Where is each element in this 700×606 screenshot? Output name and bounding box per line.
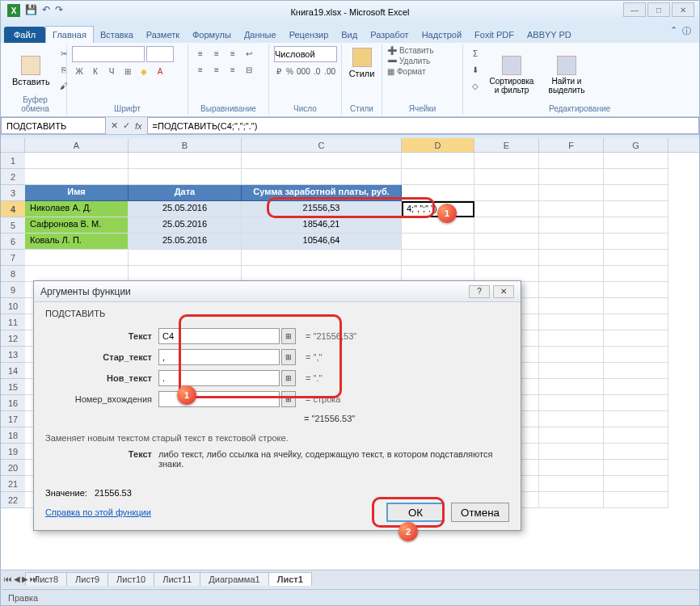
paste-button[interactable]: Вставить [9, 46, 53, 95]
underline-button[interactable]: Ч [104, 64, 119, 78]
tab-formulas[interactable]: Формулы [186, 27, 238, 43]
cell-c6[interactable]: 10546,64 [242, 234, 402, 250]
tab-review[interactable]: Рецензир [283, 27, 335, 43]
row-header[interactable]: 2 [1, 169, 25, 185]
col-header-c[interactable]: C [242, 138, 402, 152]
save-icon[interactable]: 💾 [25, 4, 37, 15]
decrease-decimal-icon[interactable]: .00 [323, 64, 336, 78]
row-header[interactable]: 7 [1, 250, 25, 266]
col-header-f[interactable]: F [539, 138, 604, 152]
maximize-button[interactable]: □ [647, 2, 670, 17]
cell-a4[interactable]: Николаев А. Д. [25, 201, 129, 217]
table-header-name[interactable]: Имя [25, 185, 129, 201]
range-picker-icon[interactable]: ⊞ [281, 391, 296, 407]
align-bottom-icon[interactable]: ≡ [226, 46, 240, 61]
sheet-tab-active[interactable]: Лист1 [268, 572, 312, 586]
redo-icon[interactable]: ↷ [55, 4, 63, 15]
dialog-help-button[interactable]: ? [469, 285, 490, 298]
currency-icon[interactable]: ₽ [274, 64, 284, 78]
col-header-e[interactable]: E [474, 138, 539, 152]
sheet-nav-last-icon[interactable]: ⏭ [30, 574, 38, 583]
sheet-tab[interactable]: Диаграмма1 [200, 572, 268, 586]
row-header[interactable]: 15 [1, 379, 25, 395]
sheet-nav-prev-icon[interactable]: ◀ [14, 574, 20, 583]
autosum-icon[interactable]: Σ [468, 46, 483, 61]
range-picker-icon[interactable]: ⊞ [281, 370, 296, 386]
sheet-nav-first-icon[interactable]: ⏮ [4, 574, 12, 583]
col-header-b[interactable]: B [129, 138, 242, 152]
align-top-icon[interactable]: ≡ [193, 46, 208, 61]
comma-icon[interactable]: 000 [296, 64, 310, 78]
name-box[interactable] [1, 117, 106, 134]
cell-a6[interactable]: Коваль Л. П. [25, 234, 129, 250]
cell-c5[interactable]: 18546,21 [242, 217, 402, 234]
fill-icon[interactable]: ⬇ [468, 62, 483, 77]
align-middle-icon[interactable]: ≡ [209, 46, 224, 61]
cell-b6[interactable]: 25.05.2016 [129, 234, 242, 250]
cancel-button[interactable]: Отмена [451, 503, 509, 522]
help-icon[interactable]: ⓘ [682, 25, 691, 37]
tab-foxit[interactable]: Foxit PDF [468, 27, 521, 43]
row-header[interactable]: 8 [1, 266, 25, 282]
tab-abbyy[interactable]: ABBYY PD [521, 27, 578, 43]
number-format-select[interactable] [274, 46, 337, 62]
file-tab[interactable]: Файл [4, 27, 45, 43]
sheet-nav-next-icon[interactable]: ▶ [22, 574, 28, 583]
wrap-text-icon[interactable]: ↩ [242, 46, 256, 61]
dialog-close-button[interactable]: ✕ [493, 285, 514, 298]
row-header[interactable]: 21 [1, 476, 25, 492]
cells-format-button[interactable]: ▦Формат [387, 67, 458, 76]
align-left-icon[interactable]: ≡ [193, 62, 208, 77]
cells-insert-button[interactable]: ➕Вставить [387, 46, 458, 55]
undo-icon[interactable]: ↶ [42, 4, 50, 15]
arg-input-0[interactable] [158, 328, 280, 344]
tab-developer[interactable]: Разработ [364, 27, 415, 43]
cancel-formula-icon[interactable]: ✕ [111, 120, 118, 131]
row-header[interactable]: 16 [1, 395, 25, 411]
align-center-icon[interactable]: ≡ [209, 62, 224, 77]
sheet-tab[interactable]: Лист11 [154, 572, 200, 586]
close-button[interactable]: ✕ [672, 2, 694, 17]
accept-formula-icon[interactable]: ✓ [123, 120, 130, 131]
font-color-icon[interactable]: A [153, 64, 167, 78]
row-header[interactable]: 20 [1, 460, 25, 476]
sort-filter-button[interactable]: Сортировка и фильтр [486, 46, 538, 104]
cell-c4[interactable]: 21556,53 [242, 201, 402, 217]
row-header[interactable]: 1 [1, 153, 25, 169]
merge-icon[interactable]: ⊟ [242, 62, 256, 77]
row-header[interactable]: 11 [1, 314, 25, 330]
tab-layout[interactable]: Разметк [140, 27, 186, 43]
align-right-icon[interactable]: ≡ [226, 62, 240, 77]
tab-home[interactable]: Главная [45, 26, 94, 43]
styles-button[interactable]: Стили [347, 46, 377, 80]
row-header[interactable]: 17 [1, 411, 25, 427]
font-name-select[interactable] [72, 46, 145, 62]
row-header[interactable]: 5 [1, 217, 25, 234]
clear-icon[interactable]: ◇ [468, 78, 483, 93]
table-header-date[interactable]: Дата [129, 185, 242, 201]
sheet-tab[interactable]: Лист9 [66, 572, 108, 586]
border-icon[interactable]: ⊞ [120, 64, 135, 78]
bold-button[interactable]: Ж [72, 64, 86, 78]
cell-b4[interactable]: 25.05.2016 [129, 201, 242, 217]
arg-input-2[interactable] [158, 370, 280, 386]
range-picker-icon[interactable]: ⊞ [281, 349, 296, 365]
range-picker-icon[interactable]: ⊞ [281, 328, 296, 344]
tab-data[interactable]: Данные [238, 27, 283, 43]
col-header-d[interactable]: D [402, 138, 474, 152]
row-header[interactable]: 12 [1, 330, 25, 347]
cells-delete-button[interactable]: ➖Удалить [387, 57, 458, 65]
italic-button[interactable]: К [88, 64, 103, 78]
dialog-help-link[interactable]: Справка по этой функции [45, 507, 151, 517]
font-size-select[interactable] [146, 46, 174, 62]
percent-icon[interactable]: % [285, 64, 295, 78]
cell-a5[interactable]: Сафронова В. М. [25, 217, 129, 234]
fx-icon[interactable]: fx [135, 121, 142, 131]
find-select-button[interactable]: Найти и выделить [541, 46, 592, 104]
row-header[interactable]: 18 [1, 427, 25, 444]
minimize-ribbon-icon[interactable]: ⌃ [670, 25, 677, 37]
ok-button[interactable]: ОК [386, 503, 445, 522]
col-header-g[interactable]: G [604, 138, 668, 152]
fill-color-icon[interactable]: ◆ [137, 64, 151, 78]
tab-insert[interactable]: Вставка [94, 27, 140, 43]
